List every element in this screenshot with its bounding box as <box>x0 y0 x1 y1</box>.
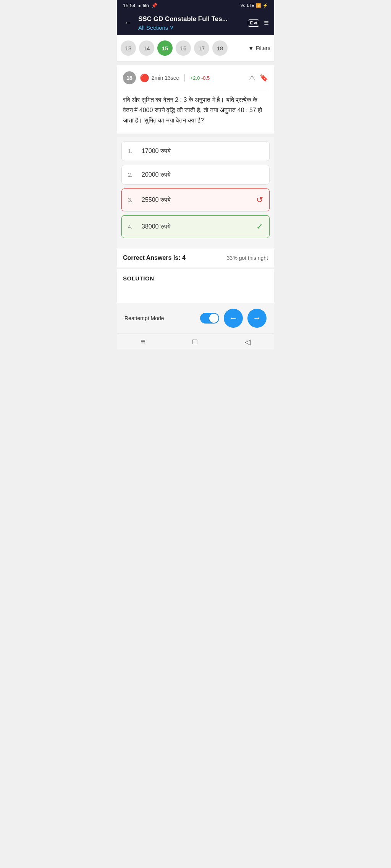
option-4[interactable]: 4. 38000 रुपये ✓ <box>121 215 270 238</box>
option-1-text: 17000 रुपये <box>142 148 263 155</box>
negative-mark: -0.5 <box>201 75 210 81</box>
positive-mark: +2.0 <box>190 75 200 81</box>
prev-icon: ← <box>229 313 238 323</box>
header-title: SSC GD Constable Full Tes... <box>138 15 243 23</box>
back-button[interactable]: ← <box>122 16 134 29</box>
q-nav-18[interactable]: 18 <box>212 40 228 56</box>
system-nav: ≡ □ ◁ <box>117 333 274 349</box>
pin-icon: 📌 <box>151 3 157 8</box>
q-nav-16[interactable]: 16 <box>176 40 191 56</box>
reattempt-toggle[interactable] <box>200 313 219 324</box>
q-nav-13[interactable]: 13 <box>121 40 136 56</box>
chevron-down-icon: ∨ <box>170 24 174 31</box>
meta-divider <box>184 74 185 82</box>
header-actions: E अ ≡ <box>248 18 269 28</box>
battery-icon: ⚡ <box>263 3 268 8</box>
option-4-text: 38000 रुपये <box>142 223 256 230</box>
option-3-num: 3. <box>128 197 136 203</box>
option-1-num: 1. <box>128 148 136 154</box>
header-title-block: SSC GD Constable Full Tes... All Section… <box>138 15 243 31</box>
q-nav-17[interactable]: 17 <box>194 40 209 56</box>
option-3-text: 25500 रुपये <box>142 196 256 203</box>
status-right: Vo LTE 📶 ⚡ <box>241 3 268 8</box>
toggle-knob <box>209 314 218 323</box>
marks-info: +2.0 -0.5 <box>190 75 210 81</box>
location-icon: ◂ <box>138 3 141 8</box>
correct-answer-icon: ✓ <box>256 222 263 232</box>
question-meta: 18 🔴 2min 13sec +2.0 -0.5 ⚠ 🔖 <box>123 71 268 89</box>
lte-text: LTE <box>247 3 254 8</box>
back-nav-icon[interactable]: ◁ <box>245 337 250 346</box>
all-sections-dropdown[interactable]: All Sections ∨ <box>138 24 243 31</box>
options-area: 1. 17000 रुपये 2. 20000 रुपये 3. 25500 र… <box>117 137 274 248</box>
timer-value: 2min 13sec <box>152 75 179 81</box>
question-text: रवि और सुमित का वेतन 2 : 3 के अनुपात में… <box>123 95 268 126</box>
sad-face-icon: 🔴 <box>140 73 149 82</box>
option-1[interactable]: 1. 17000 रुपये <box>121 141 270 161</box>
status-left: 15:54 ◂ filo 📌 <box>123 3 157 8</box>
next-icon: → <box>253 313 261 323</box>
filter-label: Filters <box>256 45 270 51</box>
result-bar: Correct Answers Is: 4 33% got this right <box>117 248 274 267</box>
menu-nav-icon[interactable]: ≡ <box>141 337 145 346</box>
bottom-bar: Reattempt Mode ← → <box>117 303 274 333</box>
q-nav-15[interactable]: 15 <box>157 40 173 56</box>
warning-icon[interactable]: ⚠ <box>249 74 255 82</box>
status-time: 15:54 <box>123 3 136 8</box>
filter-icon: ▼ <box>248 45 254 52</box>
section-label: All Sections <box>138 24 168 31</box>
status-app: filo <box>143 3 149 8</box>
filter-button[interactable]: ▼ Filters <box>248 45 270 52</box>
wrong-answer-icon: ↺ <box>256 195 263 205</box>
lang-toggle[interactable]: E अ <box>248 19 259 27</box>
hamburger-menu[interactable]: ≡ <box>264 18 269 28</box>
question-nav: 13 14 15 16 17 18 ▼ Filters <box>117 35 274 61</box>
status-bar: 15:54 ◂ filo 📌 Vo LTE 📶 ⚡ <box>117 0 274 11</box>
correct-answer-label: Correct Answers Is: 4 <box>123 254 186 261</box>
bars-icon: 📶 <box>256 3 261 8</box>
question-area: 18 🔴 2min 13sec +2.0 -0.5 ⚠ 🔖 रवि और सुम… <box>117 65 274 134</box>
question-number-circle: 18 <box>123 71 136 84</box>
timer-block: 🔴 2min 13sec <box>140 73 179 82</box>
solution-section: SOLUTION <box>117 269 274 303</box>
option-2-text: 20000 रुपये <box>142 171 263 178</box>
home-nav-icon[interactable]: □ <box>192 337 197 346</box>
option-2-num: 2. <box>128 172 136 178</box>
percent-right: 33% got this right <box>227 255 268 261</box>
option-2[interactable]: 2. 20000 रुपये <box>121 165 270 185</box>
next-button[interactable]: → <box>247 309 267 328</box>
solution-title: SOLUTION <box>123 275 268 282</box>
q-nav-14[interactable]: 14 <box>139 40 154 56</box>
reattempt-label: Reattempt Mode <box>124 315 196 321</box>
signal-text: Vo <box>241 3 246 8</box>
option-4-num: 4. <box>128 224 136 230</box>
bookmark-icon[interactable]: 🔖 <box>260 74 268 82</box>
question-icons: ⚠ 🔖 <box>249 74 268 82</box>
option-3[interactable]: 3. 25500 रुपये ↺ <box>121 188 270 211</box>
header: ← SSC GD Constable Full Tes... All Secti… <box>117 11 274 35</box>
prev-button[interactable]: ← <box>224 309 243 328</box>
